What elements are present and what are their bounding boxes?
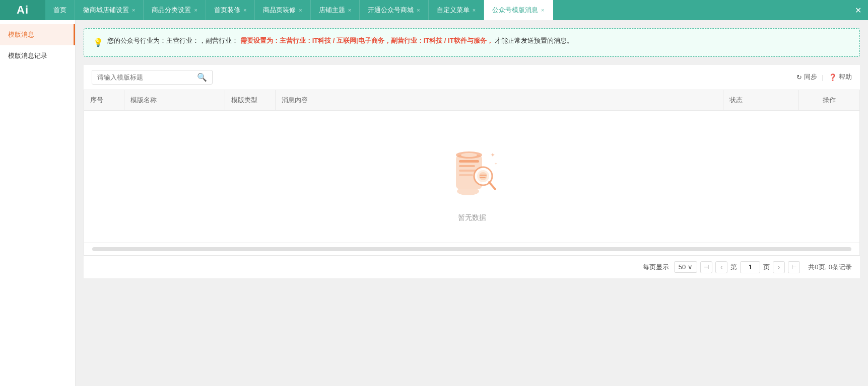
- sync-icon: ↻: [796, 73, 802, 81]
- close-tab-product-decor[interactable]: ×: [299, 7, 302, 13]
- chevron-down-icon: ∨: [688, 263, 693, 271]
- total-text: 共0页, 0条记录: [808, 263, 852, 272]
- page-label-prefix: 第: [730, 263, 737, 272]
- toolbar-right: ↻ 同步 | ❓ 帮助: [796, 72, 852, 82]
- top-nav: Ai 首页微商城店铺设置×商品分类设置×首页装修×商品页装修×店铺主题×开通公众…: [0, 0, 868, 20]
- last-page-button[interactable]: ⊢: [788, 261, 800, 273]
- toolbar-divider: |: [822, 73, 824, 81]
- nav-tab-home[interactable]: 首页: [45, 0, 75, 20]
- bulb-icon: 💡: [93, 36, 103, 49]
- close-tab-wechat-shop[interactable]: ×: [132, 7, 135, 13]
- notice-banner: 💡 您的公众号行业为：主营行业：，副营行业： 需要设置为：主营行业：IT科技 /…: [84, 28, 860, 57]
- sync-button[interactable]: ↻ 同步: [796, 72, 817, 82]
- help-icon: ❓: [829, 73, 837, 81]
- nav-tab-template-msg[interactable]: 公众号模版消息×: [484, 0, 553, 20]
- th-action: 操作: [799, 90, 859, 110]
- search-box: 🔍: [92, 70, 213, 85]
- content-area: 💡 您的公众号行业为：主营行业：，副营行业： 需要设置为：主营行业：IT科技 /…: [76, 20, 868, 386]
- per-page-label: 每页显示: [643, 263, 669, 272]
- close-tab-home-decor[interactable]: ×: [243, 7, 246, 13]
- nav-tab-open-mall[interactable]: 开通公众号商城×: [360, 0, 428, 20]
- close-tab-open-mall[interactable]: ×: [417, 7, 420, 13]
- nav-tab-wechat-shop[interactable]: 微商城店铺设置×: [75, 0, 144, 20]
- svg-text:✦: ✦: [494, 162, 498, 166]
- per-page-value: 50: [679, 263, 686, 271]
- close-tab-template-msg[interactable]: ×: [541, 7, 544, 13]
- svg-point-10: [479, 172, 487, 180]
- page-input-wrap: 第 页: [730, 261, 770, 273]
- table-header: 序号 模版名称 模版类型 消息内容 状态 操作: [84, 90, 859, 111]
- th-content: 消息内容: [276, 90, 723, 110]
- empty-icon: ✦ ✦: [442, 141, 502, 201]
- nav-tab-product-decor[interactable]: 商品页装修×: [255, 0, 310, 20]
- toolbar: 🔍 ↻ 同步 | ❓ 帮助: [84, 65, 860, 90]
- nav-tab-product-category[interactable]: 商品分类设置×: [144, 0, 206, 20]
- notice-text: 您的公众号行业为：主营行业：，副营行业： 需要设置为：主营行业：IT科技 / 互…: [107, 36, 573, 46]
- next-page-button[interactable]: ›: [773, 261, 785, 273]
- first-page-button[interactable]: ⊣: [700, 261, 712, 273]
- svg-text:✦: ✦: [490, 151, 495, 159]
- sidebar: 模版消息模版消息记录: [0, 20, 76, 386]
- svg-point-7: [461, 153, 477, 157]
- empty-state: ✦ ✦ 暂无数据: [84, 111, 859, 243]
- scrollbar-row: [84, 243, 859, 255]
- svg-line-11: [489, 182, 495, 189]
- search-button[interactable]: 🔍: [193, 72, 211, 82]
- nav-tabs: 首页微商城店铺设置×商品分类设置×首页装修×商品页装修×店铺主题×开通公众号商城…: [45, 0, 848, 20]
- close-tab-shop-theme[interactable]: ×: [348, 7, 351, 13]
- close-tab-custom-menu[interactable]: ×: [473, 7, 476, 13]
- horizontal-scrollbar[interactable]: [92, 247, 851, 251]
- svg-rect-4: [459, 170, 477, 172]
- main-layout: 模版消息模版消息记录 💡 您的公众号行业为：主营行业：，副营行业： 需要设置为：…: [0, 20, 868, 386]
- sidebar-item-template-msg[interactable]: 模版消息: [0, 24, 75, 45]
- close-tab-product-category[interactable]: ×: [194, 7, 197, 13]
- page-label-suffix: 页: [763, 263, 770, 272]
- page-input[interactable]: [740, 261, 760, 273]
- help-button[interactable]: ❓ 帮助: [829, 72, 852, 82]
- th-name: 模版名称: [124, 90, 225, 110]
- svg-rect-3: [459, 165, 475, 167]
- logo: Ai: [0, 0, 45, 20]
- close-all-button[interactable]: ✕: [848, 0, 868, 20]
- th-status: 状态: [723, 90, 799, 110]
- nav-tab-custom-menu[interactable]: 自定义菜单×: [429, 0, 484, 20]
- svg-rect-2: [459, 160, 479, 163]
- svg-rect-5: [459, 174, 473, 176]
- th-index: 序号: [84, 90, 124, 110]
- sidebar-item-template-msg-log[interactable]: 模版消息记录: [0, 45, 75, 66]
- search-input[interactable]: [92, 70, 193, 84]
- empty-text: 暂无数据: [458, 213, 486, 222]
- pagination-row: 每页显示 50 ∨ ⊣ ‹ 第 页 › ⊢ 共0页, 0条记录: [84, 256, 860, 278]
- per-page-select[interactable]: 50 ∨: [674, 261, 697, 273]
- table-container: 序号 模版名称 模版类型 消息内容 状态 操作: [84, 90, 860, 256]
- nav-tab-home-decor[interactable]: 首页装修×: [206, 0, 255, 20]
- nav-tab-shop-theme[interactable]: 店铺主题×: [311, 0, 360, 20]
- th-type: 模版类型: [225, 90, 276, 110]
- prev-page-button[interactable]: ‹: [715, 261, 727, 273]
